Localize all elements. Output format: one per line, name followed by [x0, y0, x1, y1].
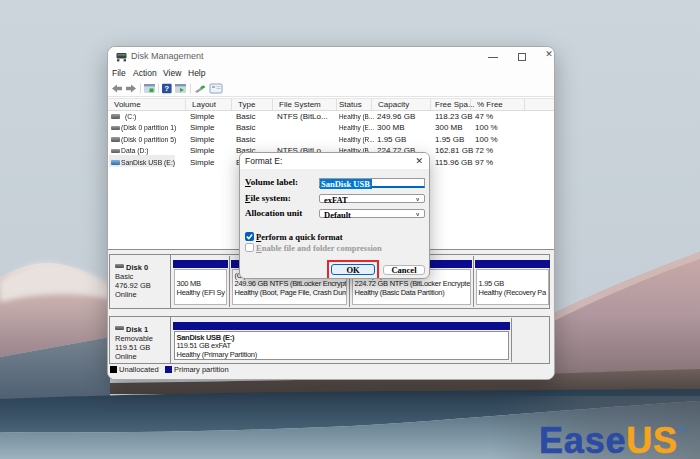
svg-text:?: ? — [164, 84, 169, 93]
